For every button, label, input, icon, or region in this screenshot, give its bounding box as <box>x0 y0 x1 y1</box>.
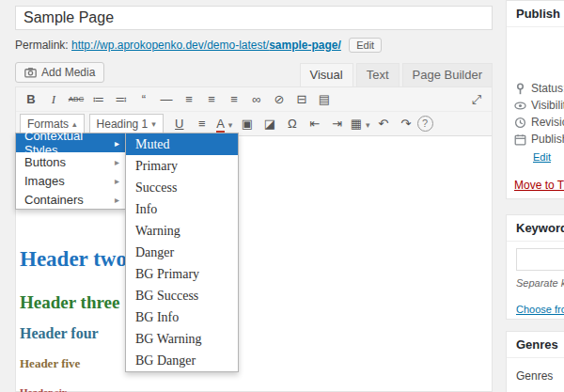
publish-panel-title[interactable]: Publish <box>507 1 564 27</box>
pin-icon <box>514 83 526 95</box>
insert-link-button[interactable]: ∞ <box>245 90 268 109</box>
revisions-label: Revisions: <box>531 116 564 129</box>
submenu-item-bg-info[interactable]: BG Info <box>126 306 238 328</box>
permalink-edit-button[interactable]: Edit <box>349 38 382 53</box>
submenu-item-warning[interactable]: Warning <box>126 220 238 242</box>
content-header-two: Header two <box>20 247 127 272</box>
submenu-item-success[interactable]: Success <box>126 177 238 198</box>
table-icon: ▦ <box>351 117 362 131</box>
clear-formatting-button[interactable]: ◪ <box>258 115 281 133</box>
blockquote-button[interactable]: “ <box>133 90 155 109</box>
align-right-button[interactable]: ≡ <box>223 90 245 109</box>
menu-item-label: Containers <box>24 193 84 207</box>
permalink-row: Permalink: http://wp.aprokopenko.dev/dem… <box>15 38 382 53</box>
add-media-label: Add Media <box>41 66 95 79</box>
submenu-item-bg-success[interactable]: BG Success <box>126 285 238 306</box>
genres-body[interactable]: Genres <box>507 358 564 392</box>
underline-button[interactable]: U <box>168 115 191 133</box>
keywords-input[interactable] <box>516 248 564 271</box>
choose-keywords-link[interactable]: Choose from the most used keywords <box>516 304 564 315</box>
visibility-label: Visibility: <box>531 99 564 112</box>
content-header-five: Header five <box>20 356 80 371</box>
text-color-glyph: A <box>216 117 225 133</box>
caret-down-icon: ▾ <box>151 119 156 129</box>
permalink-url[interactable]: http://wp.aprokopenko.dev/demo-latest/sa… <box>71 39 341 52</box>
keywords-panel: Keywords Separate keywords with commas C… <box>506 214 564 320</box>
submenu-arrow-icon: ▸ <box>115 195 119 205</box>
table-button[interactable]: ▦▾ <box>349 115 372 133</box>
caret-up-icon: ▴ <box>72 119 77 129</box>
status-row: Status: <box>507 80 564 97</box>
submenu-item-info[interactable]: Info <box>126 198 238 220</box>
permalink-slug: sample-page/ <box>269 39 341 52</box>
submenu-item-primary[interactable]: Primary <box>126 155 238 177</box>
keywords-hint: Separate keywords with commas <box>516 277 564 289</box>
menu-item-contextual-styles[interactable]: Contextual Styles ▸ <box>16 133 125 152</box>
add-media-button[interactable]: Add Media <box>15 62 104 83</box>
justify-button[interactable]: ≡ <box>191 115 213 133</box>
camera-icon <box>24 67 37 78</box>
wordpress-page-editor: Sample Page Permalink: http://wp.aprokop… <box>0 0 564 392</box>
visibility-row: Visibility: <box>507 97 564 114</box>
remove-link-button[interactable]: ⊘ <box>268 90 290 109</box>
published-on-row: Publish <box>507 131 564 148</box>
title-input[interactable]: Sample Page <box>15 6 493 30</box>
outdent-button[interactable]: ⇤ <box>304 115 326 133</box>
tab-page-builder[interactable]: Page Builder <box>402 63 493 86</box>
align-left-button[interactable]: ≡ <box>178 90 200 109</box>
read-more-button[interactable]: ⊟ <box>290 90 313 109</box>
strikethrough-button[interactable]: ABC <box>65 90 87 109</box>
submenu-item-muted[interactable]: Muted <box>126 133 238 155</box>
submenu-item-bg-warning[interactable]: BG Warning <box>126 328 238 350</box>
genres-panel: Genres Genres <box>506 331 564 392</box>
caret-down-icon: ▾ <box>228 120 233 130</box>
publish-panel: Publish Status: Visibility: Revisions: P… <box>506 0 564 199</box>
edit-publish-date-link[interactable]: Edit <box>533 151 551 163</box>
submenu-arrow-icon: ▸ <box>115 176 119 186</box>
indent-button[interactable]: ⇥ <box>326 115 349 133</box>
help-button[interactable]: ? <box>417 116 433 132</box>
tab-visual[interactable]: Visual <box>300 63 353 86</box>
fullscreen-button[interactable]: ⤢ <box>465 90 488 109</box>
bold-button[interactable]: B <box>20 90 42 109</box>
special-character-button[interactable]: Ω <box>281 115 304 133</box>
content-header-six: Header six <box>20 386 67 392</box>
submenu-arrow-icon: ▸ <box>115 138 119 149</box>
genres-panel-title[interactable]: Genres <box>507 332 564 358</box>
calendar-icon <box>514 133 526 146</box>
revisions-row: Revisions: <box>507 114 564 131</box>
submenu-item-bg-danger[interactable]: BG Danger <box>126 350 238 371</box>
paste-as-text-button[interactable]: ▣ <box>236 115 258 133</box>
caret-down-icon: ▾ <box>366 120 370 130</box>
status-label: Status: <box>531 82 564 95</box>
menu-item-label: Contextual Styles <box>24 129 115 157</box>
align-center-button[interactable]: ≡ <box>200 90 223 109</box>
tab-text[interactable]: Text <box>356 63 400 86</box>
toolbar-row-1: B I ABC ≔ ≕ “ — ≡ ≡ ≡ ∞ ⊘ ⊟ ▤ ⤢ <box>16 87 492 112</box>
menu-item-containers[interactable]: Containers ▸ <box>16 190 125 209</box>
editor-mode-tabs: Visual Text Page Builder <box>297 63 493 86</box>
menu-item-label: Buttons <box>24 155 66 169</box>
eye-icon <box>514 100 526 112</box>
numbered-list-button[interactable]: ≕ <box>110 90 133 109</box>
toolbar-toggle-button[interactable]: ▤ <box>313 90 336 109</box>
menu-item-label: Images <box>24 174 65 188</box>
italic-button[interactable]: I <box>42 90 65 109</box>
submenu-item-bg-primary[interactable]: BG Primary <box>126 263 238 285</box>
submenu-item-danger[interactable]: Danger <box>126 242 238 263</box>
content-header-four: Header four <box>20 325 99 342</box>
content-header-three: Header three <box>20 292 119 313</box>
bullet-list-button[interactable]: ≔ <box>87 90 110 109</box>
redo-button[interactable]: ↷ <box>395 115 417 133</box>
text-color-button[interactable]: A▾ <box>213 115 236 133</box>
undo-button[interactable]: ↶ <box>372 115 395 133</box>
permalink-label: Permalink: <box>15 39 69 52</box>
move-to-trash-link[interactable]: Move to Trash <box>507 179 564 192</box>
clock-icon <box>514 117 526 129</box>
contextual-styles-submenu: Muted Primary Success Info Warning Dange… <box>125 133 239 372</box>
formats-menu: Contextual Styles ▸ Buttons ▸ Images ▸ C… <box>15 133 126 210</box>
horizontal-rule-button[interactable]: — <box>155 90 178 109</box>
keywords-panel-title[interactable]: Keywords <box>507 215 564 242</box>
menu-item-images[interactable]: Images ▸ <box>16 171 125 190</box>
keywords-body: Separate keywords with commas Choose fro… <box>507 242 564 323</box>
